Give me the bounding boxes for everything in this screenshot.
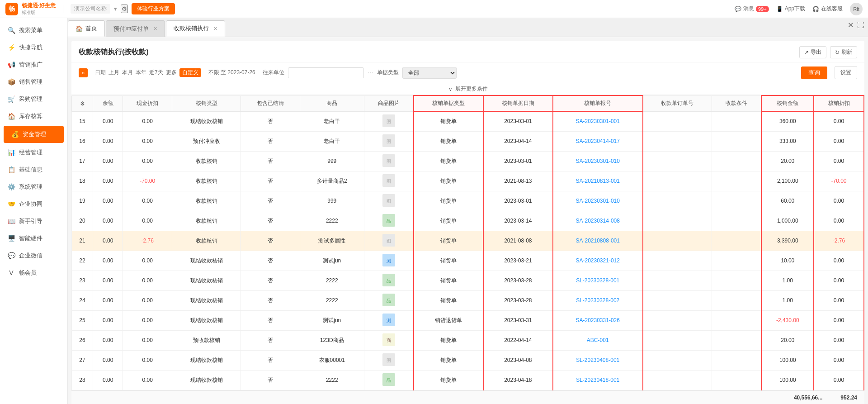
bill-no-link[interactable]: SA-20230314-008 <box>576 218 620 224</box>
cell-bill-report-no[interactable]: SA-20210808-001 <box>553 231 643 251</box>
table-row[interactable]: 18 0.00 -70.00 收款核销 否 多计量商品2 图 销货单 2021-… <box>72 171 864 191</box>
sidebar-icon-9: ⚙️ <box>7 183 15 190</box>
export-btn[interactable]: ↗ 导出 <box>799 46 826 58</box>
cell-bill-report-no[interactable]: SA-20230331-026 <box>553 310 643 330</box>
dropdown-icon[interactable]: ▾ <box>114 5 117 12</box>
partner-input[interactable] <box>288 67 364 78</box>
bill-no-link[interactable]: SA-20230414-017 <box>576 138 620 144</box>
msg-label: 消息 <box>743 5 754 13</box>
sidebar-item-14[interactable]: V畅会员 <box>0 264 67 281</box>
cell-bill-report-no[interactable]: SA-20230301-001 <box>553 111 643 131</box>
tab-prepay-close[interactable]: ✕ <box>153 26 157 32</box>
table-row[interactable]: 20 0.00 0.00 收款核销 否 2222 品 销货单 2023-03-1… <box>72 211 864 231</box>
table-row[interactable]: 23 0.00 0.00 现结收款核销 否 2222 品 销货单 2023-03… <box>72 271 864 290</box>
settings-gear-icon[interactable]: ⚙ <box>121 5 128 13</box>
sidebar-item-1[interactable]: ⚡快捷导航 <box>0 39 67 56</box>
table-row[interactable]: 22 0.00 0.00 现结收款核销 否 测试jun 测 销货单 2023-0… <box>72 251 864 271</box>
cell-bill-report-no[interactable]: SL-20230328-001 <box>553 271 643 290</box>
table-row[interactable]: 26 0.00 0.00 预收款核销 否 123D商品 商 销货单 2022-0… <box>72 330 864 350</box>
bill-no-link[interactable]: SA-20230321-012 <box>576 257 620 264</box>
sidebar-item-0[interactable]: 🔍搜索菜单 <box>0 22 67 39</box>
sidebar-item-12[interactable]: 🖥️智能硬件 <box>0 230 67 247</box>
bill-no-link[interactable]: SA-20230331-026 <box>576 317 620 323</box>
filter-dots[interactable]: ··· <box>368 69 373 77</box>
cell-bill-report-date: 2023-04-08 <box>483 350 553 370</box>
table-row[interactable]: 25 0.00 0.00 现结收款核销 否 测试jun 测 销货退货单 2023… <box>72 310 864 330</box>
sidebar-item-2[interactable]: 📢营销推广 <box>0 56 67 73</box>
bill-no-link[interactable]: ABC-001 <box>587 337 609 343</box>
sidebar-icon-10: 🤝 <box>7 200 15 208</box>
page-header: 收款核销执行(按收款) ↗ 导出 ↻ 刷新 <box>71 41 864 62</box>
sidebar-item-7[interactable]: 📊经营管理 <box>0 144 67 161</box>
sidebar-item-9[interactable]: ⚙️系统管理 <box>0 178 67 195</box>
trial-btn[interactable]: 体验行业方案 <box>132 3 175 14</box>
table-row[interactable]: 28 0.00 0.00 现结收款核销 否 2222 品 销货单 2023-04… <box>72 370 864 390</box>
bill-type-select[interactable]: 全部 <box>402 67 457 79</box>
sidebar-item-11[interactable]: 📖新手引导 <box>0 213 67 230</box>
cell-goods: 123D商品 <box>300 330 364 350</box>
table-row[interactable]: 16 0.00 0.00 预付冲应收 否 老白干 图 销货单 2023-04-1… <box>72 131 864 151</box>
cell-writeoff-discount: 0.00 <box>814 151 864 171</box>
date-7days[interactable]: 近7天 <box>149 69 163 76</box>
sidebar-item-3[interactable]: 📦销售管理 <box>0 73 67 90</box>
bill-no-link[interactable]: SL-20230408-001 <box>576 357 619 363</box>
bill-no-link[interactable]: SL-20230328-002 <box>576 297 619 304</box>
cell-bill-report-no[interactable]: SA-20230301-010 <box>553 191 643 211</box>
tab-writeoff-close[interactable]: ✕ <box>213 26 217 32</box>
user-avatar[interactable]: Rit <box>850 3 863 15</box>
cell-bill-report-no[interactable]: SA-20210813-001 <box>553 171 643 191</box>
table-row[interactable]: 17 0.00 0.00 收款核销 否 999 图 销货单 2023-03-01… <box>72 151 864 171</box>
table-row[interactable]: 27 0.00 0.00 现结收款核销 否 衣服00001 图 销货单 2023… <box>72 350 864 370</box>
tab-prepay[interactable]: 预付冲应付单 ✕ <box>106 20 165 37</box>
cell-bill-report-no[interactable]: SA-20230414-017 <box>553 131 643 151</box>
online-service-btn[interactable]: 🎧 在线客服 <box>812 5 843 13</box>
cell-bill-report-no[interactable]: SL-20230418-001 <box>553 370 643 390</box>
bill-no-link[interactable]: SL-20230418-001 <box>576 377 619 383</box>
bill-no-link[interactable]: SA-20210808-001 <box>576 238 620 244</box>
main-table: ⚙ 余额 现金折扣 核销类型 包含已结清 商品 商品图片 核销单据类型 核销单据… <box>71 95 864 390</box>
cell-bill-report-no[interactable]: SA-20230301-010 <box>553 151 643 171</box>
tab-home[interactable]: 🏠 首页 <box>68 20 105 37</box>
date-custom[interactable]: 自定义 <box>179 68 201 77</box>
bill-no-link[interactable]: SA-20230301-010 <box>576 158 620 164</box>
sidebar-item-5[interactable]: 🏠库存核算 <box>0 108 67 125</box>
cell-included-settled: 否 <box>241 310 300 330</box>
date-this-month[interactable]: 本月 <box>122 69 133 76</box>
tab-writeoff[interactable]: 收款核销执行 ✕ <box>166 20 225 37</box>
sidebar-item-13[interactable]: 💬企业微信 <box>0 247 67 264</box>
date-last-month[interactable]: 上月 <box>108 69 119 76</box>
app-download-btn[interactable]: 📱 App下载 <box>776 5 805 13</box>
filter-expand-btn[interactable]: » <box>79 68 88 77</box>
table-row[interactable]: 21 0.00 -2.76 收款核销 否 测试多属性 图 销货单 2021-08… <box>72 231 864 251</box>
cell-bill-report-no[interactable]: ABC-001 <box>553 330 643 350</box>
message-btn[interactable]: 💬 消息 99+ <box>735 5 769 13</box>
close-tab-btn[interactable]: ✕ <box>848 21 854 29</box>
bill-no-link[interactable]: SA-20230301-010 <box>576 198 620 204</box>
sidebar-item-10[interactable]: 🤝企业协同 <box>0 195 67 213</box>
query-btn[interactable]: 查询 <box>801 67 827 79</box>
col-gear[interactable]: ⚙ <box>72 95 93 111</box>
expand-more-conditions[interactable]: ∨ 展开更多条件 <box>71 83 864 95</box>
filter-settings-btn[interactable]: 设置 <box>835 66 857 79</box>
cell-bill-report-type: 销货单 <box>414 111 483 131</box>
cell-id: 27 <box>72 350 93 370</box>
date-this-year[interactable]: 本年 <box>136 69 146 76</box>
cell-cash-discount: 0.00 <box>123 330 172 350</box>
bill-no-link[interactable]: SL-20230328-001 <box>576 277 619 284</box>
bill-no-link[interactable]: SA-20230301-001 <box>576 118 620 124</box>
table-row[interactable]: 24 0.00 0.00 现结收款核销 否 2222 品 销货单 2023-03… <box>72 290 864 310</box>
sidebar-item-8[interactable]: 📋基础信息 <box>0 161 67 178</box>
sidebar-item-6[interactable]: 💰资金管理 <box>4 126 64 143</box>
table-row[interactable]: 19 0.00 0.00 收款核销 否 999 图 销货单 2023-03-01… <box>72 191 864 211</box>
cell-bill-report-no[interactable]: SL-20230408-001 <box>553 350 643 370</box>
bill-no-link[interactable]: SA-20210813-001 <box>576 178 620 184</box>
cell-bill-report-no[interactable]: SL-20230328-002 <box>553 290 643 310</box>
maximize-btn[interactable]: ⛶ <box>857 21 864 29</box>
date-more[interactable]: 更多 <box>166 69 177 76</box>
company-name[interactable]: 演示公司名称 <box>71 4 110 14</box>
sidebar-item-4[interactable]: 🛒采购管理 <box>0 90 67 108</box>
cell-bill-report-no[interactable]: SA-20230321-012 <box>553 251 643 271</box>
table-row[interactable]: 15 0.00 0.00 现结收款核销 否 老白干 图 销货单 2023-03-… <box>72 111 864 131</box>
refresh-btn[interactable]: ↻ 刷新 <box>830 46 857 58</box>
cell-bill-report-no[interactable]: SA-20230314-008 <box>553 211 643 231</box>
